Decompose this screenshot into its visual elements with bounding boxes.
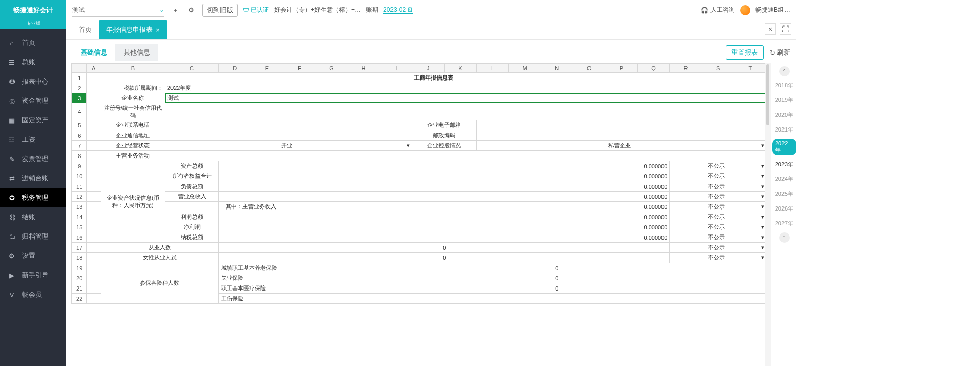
row-21[interactable]: 21 — [72, 283, 87, 294]
nav-stock[interactable]: ⇄进销台账 — [0, 169, 66, 188]
row-7[interactable]: 7 — [72, 141, 87, 151]
asset-value[interactable]: 0.000000 — [219, 161, 670, 171]
close-icon[interactable]: × — [156, 26, 160, 34]
year-2023[interactable]: 2023年 — [774, 159, 794, 170]
reg-no-cell[interactable] — [165, 103, 766, 120]
company-selector[interactable]: 测试 ⌄ — [72, 4, 164, 17]
row-22[interactable]: 22 — [72, 294, 87, 304]
email-cell[interactable] — [476, 120, 766, 130]
row-2[interactable]: 2 — [72, 83, 87, 93]
disclosure-select[interactable]: 不公示▾ — [670, 253, 767, 263]
ins-value[interactable]: 0 — [348, 263, 766, 273]
row-20[interactable]: 20 — [72, 273, 87, 283]
user-name[interactable]: 畅捷通B组… — [755, 6, 790, 14]
phone-cell[interactable] — [165, 120, 412, 130]
disclosure-select[interactable]: 不公示▾ — [670, 181, 767, 192]
vertical-scrollbar[interactable] — [765, 63, 771, 366]
row-6[interactable]: 6 — [72, 130, 87, 141]
row-16[interactable]: 16 — [72, 232, 87, 243]
asset-value[interactable]: 0.000000 — [283, 202, 670, 212]
add-company-button[interactable]: ＋ — [169, 5, 181, 16]
disclosure-select[interactable]: 不公示▾ — [670, 171, 767, 181]
row-17[interactable]: 17 — [72, 243, 87, 253]
nav-reports[interactable]: ⮋报表中心 — [0, 72, 66, 91]
col-L[interactable]: L — [476, 64, 508, 73]
row-14[interactable]: 14 — [72, 212, 87, 222]
col-T[interactable]: T — [734, 64, 766, 73]
disclosure-select[interactable]: 不公示▾ — [670, 222, 767, 232]
tab-home[interactable]: 首页 — [71, 20, 99, 39]
fullscreen-button[interactable]: ⛶ — [780, 23, 791, 35]
female-employees-value[interactable]: 0 — [219, 253, 670, 263]
row-9[interactable]: 9 — [72, 161, 87, 171]
row-10[interactable]: 10 — [72, 171, 87, 181]
nav-funds[interactable]: ◎资金管理 — [0, 91, 66, 111]
year-down-button[interactable]: ˅ — [779, 232, 790, 243]
col-P[interactable]: P — [605, 64, 638, 73]
nav-tax[interactable]: ✪税务管理 — [0, 188, 66, 207]
status-select[interactable]: 开业▾ — [165, 141, 412, 151]
nav-invoice[interactable]: ✎发票管理 — [0, 149, 66, 169]
asset-value[interactable]: 0.000000 — [219, 181, 670, 192]
year-2026[interactable]: 2026年 — [774, 203, 794, 215]
nav-home[interactable]: ⌂首页 — [0, 33, 66, 53]
support-link[interactable]: 🎧人工咨询 — [701, 6, 735, 14]
year-2027[interactable]: 2027年 — [774, 218, 794, 229]
row-12[interactable]: 12 — [72, 192, 87, 202]
nav-guide[interactable]: ▶新手引导 — [0, 266, 66, 285]
col-H[interactable]: H — [348, 64, 380, 73]
avatar[interactable] — [740, 5, 750, 15]
ins-value[interactable]: 0 — [348, 273, 766, 283]
col-O[interactable]: O — [573, 64, 605, 73]
reset-report-button[interactable]: 重置报表 — [726, 45, 764, 60]
row-1[interactable]: 1 — [72, 73, 87, 83]
col-K[interactable]: K — [444, 64, 476, 73]
nav-archive[interactable]: 🗂归档管理 — [0, 227, 66, 246]
disclosure-select[interactable]: 不公示▾ — [670, 243, 767, 253]
col-F[interactable]: F — [283, 64, 315, 73]
year-2021[interactable]: 2021年 — [774, 124, 794, 136]
zip-cell[interactable] — [476, 130, 766, 141]
col-C[interactable]: C — [165, 64, 218, 73]
tab-close-all-button[interactable]: × — [765, 23, 776, 35]
row-4[interactable]: 4 — [72, 103, 87, 120]
subtab-other[interactable]: 其他信息 — [115, 44, 158, 61]
addr-cell[interactable] — [165, 130, 412, 141]
nav-assets[interactable]: ▦固定资产 — [0, 111, 66, 130]
nav-vip[interactable]: V畅会员 — [0, 285, 66, 304]
col-B[interactable]: B — [101, 64, 165, 73]
col-N[interactable]: N — [541, 64, 573, 73]
row-8[interactable]: 8 — [72, 151, 87, 161]
nav-ledger[interactable]: ☰总账 — [0, 53, 66, 72]
year-2024[interactable]: 2024年 — [774, 173, 794, 185]
year-2020[interactable]: 2020年 — [774, 109, 794, 121]
refresh-button[interactable]: ↻刷新 — [770, 48, 790, 57]
ins-value[interactable] — [348, 294, 766, 304]
year-2019[interactable]: 2019年 — [774, 94, 794, 106]
col-D[interactable]: D — [219, 64, 251, 73]
asset-value[interactable]: 0.000000 — [219, 222, 670, 232]
asset-value[interactable]: 0.000000 — [219, 192, 670, 202]
row-15[interactable]: 15 — [72, 222, 87, 232]
subtab-basic[interactable]: 基础信息 — [72, 44, 115, 61]
period-selector[interactable]: 2023-02 🗓 — [383, 6, 413, 14]
col-Q[interactable]: Q — [638, 64, 670, 73]
col-G[interactable]: G — [315, 64, 348, 73]
col-R[interactable]: R — [670, 64, 702, 73]
ins-value[interactable]: 0 — [348, 283, 766, 294]
company-settings-button[interactable]: ⚙ — [186, 5, 197, 16]
corner-cell[interactable] — [72, 64, 87, 73]
disclosure-select[interactable]: 不公示▾ — [670, 192, 767, 202]
sheet-scroll[interactable]: A B C D E F G H I J K L M — [66, 63, 772, 366]
row-13[interactable]: 13 — [72, 202, 87, 212]
disclosure-select[interactable]: 不公示▾ — [670, 202, 767, 212]
row-11[interactable]: 11 — [72, 181, 87, 192]
year-2025[interactable]: 2025年 — [774, 188, 794, 200]
col-E[interactable]: E — [251, 64, 283, 73]
col-J[interactable]: J — [412, 64, 444, 73]
col-M[interactable]: M — [509, 64, 541, 73]
row-5[interactable]: 5 — [72, 120, 87, 130]
switch-old-button[interactable]: 切到旧版 — [202, 4, 238, 17]
asset-value[interactable]: 0.000000 — [219, 171, 670, 181]
col-A[interactable]: A — [87, 64, 101, 73]
